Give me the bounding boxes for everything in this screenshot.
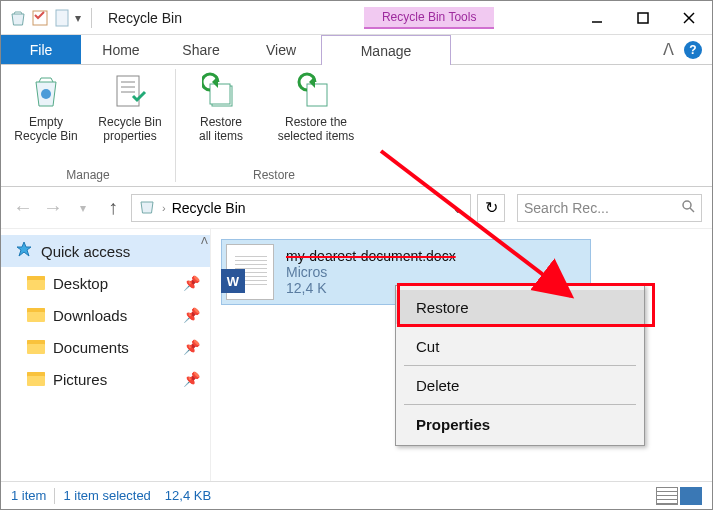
nav-sidebar: ᐱ Quick access Desktop 📌 Downloads 📌 Doc… bbox=[1, 229, 211, 481]
details-view-button[interactable] bbox=[656, 487, 678, 505]
separator bbox=[54, 488, 55, 504]
chevron-down-icon[interactable]: ⌄ bbox=[452, 200, 464, 216]
sidebar-item-label: Documents bbox=[53, 339, 129, 356]
search-input[interactable]: Search Rec... bbox=[517, 194, 702, 222]
sidebar-item-downloads[interactable]: Downloads 📌 bbox=[1, 299, 210, 331]
ribbon-item-label: selected items bbox=[278, 129, 355, 143]
file-type: Micros bbox=[286, 264, 456, 280]
ribbon-item-label: all items bbox=[199, 129, 243, 143]
icons-view-button[interactable] bbox=[680, 487, 702, 505]
document-quick-icon[interactable] bbox=[53, 9, 71, 27]
pin-icon: 📌 bbox=[183, 371, 200, 387]
ribbon-item-label: Restore bbox=[200, 115, 242, 129]
svg-point-6 bbox=[41, 89, 51, 99]
minimize-button[interactable] bbox=[574, 2, 620, 34]
search-placeholder: Search Rec... bbox=[524, 200, 609, 216]
contextual-tab-label: Recycle Bin Tools bbox=[364, 7, 495, 29]
ctx-item-label: Cut bbox=[416, 338, 439, 355]
svg-point-14 bbox=[683, 201, 691, 209]
svg-rect-1 bbox=[56, 10, 68, 26]
breadcrumb[interactable]: Recycle Bin bbox=[172, 200, 246, 216]
svg-rect-12 bbox=[210, 84, 230, 104]
separator bbox=[404, 404, 636, 405]
tab-manage[interactable]: Manage bbox=[321, 35, 451, 65]
help-icon[interactable]: ? bbox=[684, 41, 702, 59]
sidebar-item-label: Pictures bbox=[53, 371, 107, 388]
ribbon-item-label: Recycle Bin bbox=[14, 129, 77, 143]
refresh-button[interactable]: ↻ bbox=[477, 194, 505, 222]
back-button[interactable]: ← bbox=[11, 196, 35, 219]
folder-icon bbox=[27, 340, 45, 354]
tab-home[interactable]: Home bbox=[81, 35, 161, 64]
restore-selected-items-button[interactable]: Restore the selected items bbox=[266, 69, 366, 143]
svg-rect-7 bbox=[117, 76, 139, 106]
ribbon-item-label: Recycle Bin bbox=[98, 115, 161, 129]
ctx-properties[interactable]: Properties bbox=[396, 407, 644, 441]
tab-share[interactable]: Share bbox=[161, 35, 241, 64]
view-switcher bbox=[656, 487, 702, 505]
menubar: File Home Share View Manage ᐱ ? bbox=[1, 35, 712, 65]
recycle-bin-icon bbox=[138, 197, 156, 218]
file-menu[interactable]: File bbox=[1, 35, 81, 64]
quick-access-icon bbox=[15, 241, 33, 262]
ribbon-item-label: properties bbox=[103, 129, 156, 143]
ribbon-item-label: Restore the bbox=[285, 115, 347, 129]
window-controls bbox=[574, 2, 712, 34]
svg-rect-3 bbox=[638, 13, 648, 23]
properties-quick-icon[interactable] bbox=[31, 9, 49, 27]
up-button[interactable]: ↑ bbox=[101, 196, 125, 219]
qat-overflow-icon[interactable]: ▾ bbox=[75, 11, 81, 25]
ribbon: Empty Recycle Bin Recycle Bin properties… bbox=[1, 65, 712, 187]
folder-icon bbox=[27, 372, 45, 386]
restore-selected-icon bbox=[296, 71, 336, 111]
ribbon-collapse-icon[interactable]: ᐱ bbox=[663, 40, 674, 59]
ribbon-group-label: Restore bbox=[253, 166, 295, 184]
sidebar-item-documents[interactable]: Documents 📌 bbox=[1, 331, 210, 363]
ribbon-group-manage: Empty Recycle Bin Recycle Bin properties… bbox=[1, 65, 175, 186]
window-root: ▾ Recycle Bin Recycle Bin Tools File Hom… bbox=[0, 0, 713, 510]
empty-bin-icon bbox=[26, 71, 66, 111]
pin-icon: 📌 bbox=[183, 275, 200, 291]
svg-rect-0 bbox=[33, 11, 47, 25]
close-button[interactable] bbox=[666, 2, 712, 34]
empty-recycle-bin-button[interactable]: Empty Recycle Bin bbox=[7, 69, 85, 143]
ctx-delete[interactable]: Delete bbox=[396, 368, 644, 402]
status-bar: 1 item 1 item selected 12,4 KB bbox=[1, 481, 712, 509]
ribbon-item-label: Empty bbox=[29, 115, 63, 129]
quick-access-toolbar: ▾ Recycle Bin bbox=[1, 8, 182, 28]
sidebar-item-quick-access[interactable]: Quick access bbox=[1, 235, 210, 267]
file-name: my-dearest-document.docx bbox=[286, 248, 456, 264]
ribbon-group-label: Manage bbox=[66, 166, 109, 184]
scroll-up-icon[interactable]: ᐱ bbox=[201, 235, 208, 246]
maximize-button[interactable] bbox=[620, 2, 666, 34]
address-bar[interactable]: › Recycle Bin ⌄ bbox=[131, 194, 471, 222]
separator bbox=[404, 326, 636, 327]
forward-button[interactable]: → bbox=[41, 196, 65, 219]
navigation-bar: ← → ▾ ↑ › Recycle Bin ⌄ ↻ Search Rec... bbox=[1, 187, 712, 229]
sidebar-item-label: Quick access bbox=[41, 243, 130, 260]
recent-locations-button[interactable]: ▾ bbox=[71, 201, 95, 215]
restore-all-items-button[interactable]: Restore all items bbox=[182, 69, 260, 143]
ctx-item-label: Restore bbox=[416, 299, 469, 316]
sidebar-item-label: Downloads bbox=[53, 307, 127, 324]
svg-rect-13 bbox=[307, 84, 327, 106]
svg-line-15 bbox=[690, 208, 694, 212]
recycle-bin-properties-button[interactable]: Recycle Bin properties bbox=[91, 69, 169, 143]
titlebar: ▾ Recycle Bin Recycle Bin Tools bbox=[1, 1, 712, 35]
ctx-cut[interactable]: Cut bbox=[396, 329, 644, 363]
sidebar-item-label: Desktop bbox=[53, 275, 108, 292]
ribbon-group-restore: Restore all items Restore the selected i… bbox=[176, 65, 372, 186]
tab-view[interactable]: View bbox=[241, 35, 321, 64]
ctx-restore[interactable]: Restore bbox=[396, 290, 644, 324]
separator bbox=[91, 8, 92, 28]
sidebar-item-pictures[interactable]: Pictures 📌 bbox=[1, 363, 210, 395]
restore-all-icon bbox=[201, 71, 241, 111]
ctx-item-label: Properties bbox=[416, 416, 490, 433]
separator bbox=[404, 365, 636, 366]
sidebar-item-desktop[interactable]: Desktop 📌 bbox=[1, 267, 210, 299]
properties-icon bbox=[110, 71, 150, 111]
ctx-item-label: Delete bbox=[416, 377, 459, 394]
status-selected-count: 1 item selected bbox=[63, 488, 150, 503]
context-menu: Restore Cut Delete Properties bbox=[395, 285, 645, 446]
search-icon bbox=[681, 199, 695, 216]
